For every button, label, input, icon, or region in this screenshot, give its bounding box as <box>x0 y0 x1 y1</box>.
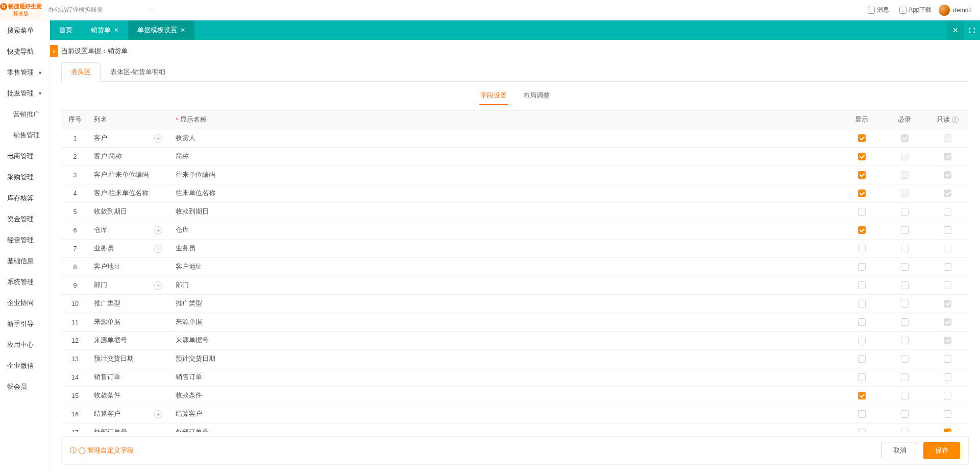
checkbox-show[interactable] <box>858 245 866 252</box>
messages-button[interactable]: ⋯ 消息 <box>868 6 889 14</box>
cell-display-name[interactable]: 收款条件 <box>170 387 840 405</box>
workspace-selector[interactable]: 办公品行业模拟账套 ﹀ <box>48 6 154 14</box>
cell-display-name[interactable]: 销售订单 <box>170 368 840 386</box>
cell-display-name[interactable]: 收款到期日 <box>170 203 840 221</box>
checkbox-readonly[interactable] <box>944 392 951 399</box>
checkbox-readonly[interactable] <box>944 373 951 381</box>
sidebar-item[interactable]: 畅会员 <box>0 376 50 397</box>
sidebar-subitem[interactable]: 营销推广 <box>0 104 50 125</box>
cancel-button[interactable]: 取消 <box>881 442 918 459</box>
sub-tab[interactable]: 字段设置 <box>479 89 508 105</box>
checkbox-readonly[interactable] <box>944 355 951 363</box>
cell-display-name[interactable]: 客户地址 <box>170 258 840 276</box>
sidebar-item[interactable]: 零售管理▼ <box>0 62 50 83</box>
close-icon[interactable]: ✕ <box>114 27 119 34</box>
checkbox-required[interactable] <box>901 226 909 234</box>
checkbox-show[interactable] <box>858 226 866 234</box>
avatar[interactable] <box>939 5 950 16</box>
checkbox-required[interactable] <box>901 337 909 344</box>
cell-display-name[interactable]: 结算客户 <box>170 405 840 423</box>
sidebar-item[interactable]: 电商管理 <box>0 146 50 167</box>
page-tab[interactable]: 单据模板设置✕ <box>128 20 194 40</box>
checkbox-readonly[interactable] <box>944 245 951 252</box>
checkbox-required[interactable] <box>901 429 909 432</box>
expand-handle[interactable]: » <box>50 45 58 57</box>
cell-display-name[interactable]: 部门 <box>170 276 840 294</box>
checkbox-show[interactable] <box>858 392 866 399</box>
checkbox-show[interactable] <box>858 337 866 344</box>
checkbox-show[interactable] <box>858 171 866 179</box>
brand-logo[interactable]: b畅捷通好生意 标准版 <box>0 0 42 20</box>
sidebar-item[interactable]: 搜索菜单 <box>0 20 50 41</box>
checkbox-required[interactable] <box>901 410 909 418</box>
checkbox-required[interactable] <box>901 208 909 216</box>
checkbox-required[interactable] <box>901 245 909 252</box>
checkbox-show[interactable] <box>858 281 866 289</box>
app-download-button[interactable]: ↓ App下载 <box>899 6 932 14</box>
checkbox-required[interactable] <box>901 300 909 308</box>
cell-display-name[interactable]: 外部订单号 <box>170 423 840 432</box>
sub-tab[interactable]: 布局调整 <box>522 89 551 105</box>
cell-display-name[interactable]: 业务员 <box>170 240 840 257</box>
add-child-button[interactable]: + <box>154 226 162 234</box>
fullscreen-button[interactable] <box>964 20 980 40</box>
sidebar-item[interactable]: 企业微信 <box>0 356 50 376</box>
checkbox-required[interactable] <box>901 355 909 363</box>
add-child-button[interactable]: + <box>154 245 162 253</box>
checkbox-show[interactable] <box>858 208 866 216</box>
cell-display-name[interactable]: 预计交货日期 <box>170 350 840 368</box>
checkbox-required[interactable] <box>901 373 909 381</box>
cell-display-name[interactable]: 简称 <box>170 148 840 166</box>
add-child-button[interactable]: + <box>154 281 162 290</box>
checkbox-show[interactable] <box>858 134 866 142</box>
checkbox-show[interactable] <box>858 263 866 271</box>
manage-custom-fields-link[interactable]: ⓘ 管理自定义字段 <box>70 446 134 455</box>
cell-display-name[interactable]: 来源单据 <box>170 313 840 331</box>
close-all-tabs-button[interactable]: ✕ <box>947 20 964 40</box>
sidebar-item[interactable]: 批发管理▲ <box>0 83 50 104</box>
checkbox-show[interactable] <box>858 318 866 326</box>
checkbox-show[interactable] <box>858 355 866 363</box>
area-tab[interactable]: 表体区-销货单明细 <box>101 62 175 82</box>
sidebar-item[interactable]: 新手引导 <box>0 314 50 335</box>
checkbox-show[interactable] <box>858 190 866 197</box>
user-name[interactable]: demo2 <box>953 7 972 14</box>
checkbox-show[interactable] <box>858 153 866 160</box>
cell-display-name[interactable]: 来源单据号 <box>170 332 840 349</box>
sidebar-item[interactable]: 经营管理 <box>0 230 50 251</box>
sidebar-item[interactable]: 快捷导航 <box>0 41 50 62</box>
area-tab[interactable]: 表头区 <box>61 62 101 82</box>
checkbox-show[interactable] <box>858 373 866 381</box>
sidebar-item[interactable]: 应用中心 <box>0 335 50 356</box>
cell-display-name[interactable]: 推广类型 <box>170 295 840 313</box>
sidebar-item[interactable]: 采购管理 <box>0 167 50 188</box>
checkbox-show[interactable] <box>858 300 866 308</box>
sidebar-item[interactable]: 资金管理 <box>0 209 50 230</box>
checkbox-show[interactable] <box>858 410 866 418</box>
checkbox-required[interactable] <box>901 318 909 326</box>
checkbox-required[interactable] <box>901 263 909 271</box>
sidebar-item[interactable]: 库存核算 <box>0 188 50 209</box>
page-tab[interactable]: 首页 <box>50 20 82 40</box>
add-child-button[interactable]: + <box>154 134 162 143</box>
cell-display-name[interactable]: 收货人 <box>170 129 840 147</box>
sidebar-subitem[interactable]: 销售管理 <box>0 125 50 146</box>
sidebar-item[interactable]: 系统管理 <box>0 272 50 293</box>
checkbox-readonly[interactable] <box>944 281 951 289</box>
add-child-button[interactable]: + <box>154 410 162 418</box>
cell-display-name[interactable]: 往来单位名称 <box>170 184 840 202</box>
checkbox-readonly[interactable] <box>944 263 951 271</box>
checkbox-readonly[interactable] <box>944 429 951 432</box>
checkbox-readonly[interactable] <box>944 410 951 418</box>
checkbox-readonly[interactable] <box>944 226 951 234</box>
cell-display-name[interactable]: 往来单位编码 <box>170 166 840 184</box>
sidebar-item[interactable]: 企业协同 <box>0 293 50 314</box>
checkbox-required[interactable] <box>901 392 909 399</box>
cell-display-name[interactable]: 仓库 <box>170 221 840 239</box>
save-button[interactable]: 保存 <box>923 442 960 459</box>
help-icon[interactable]: ? <box>952 116 959 123</box>
table-body[interactable]: 1客户+收货人2客户.简称简称3客户.往来单位编码往来单位编码4客户.往来单位名… <box>61 129 969 432</box>
page-tab[interactable]: 销货单✕ <box>82 20 128 40</box>
checkbox-required[interactable] <box>901 281 909 289</box>
close-icon[interactable]: ✕ <box>180 27 185 34</box>
